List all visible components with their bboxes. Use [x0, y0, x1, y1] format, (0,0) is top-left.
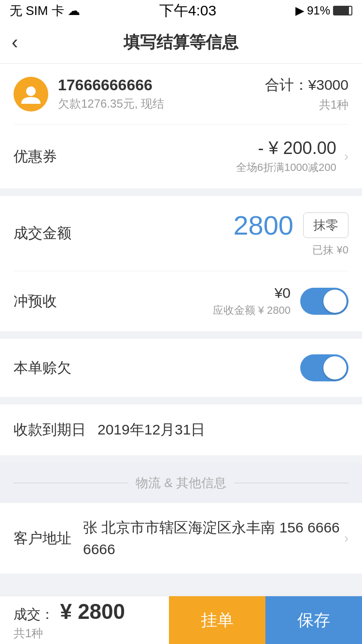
address-row[interactable]: 客户地址 张 北京市市辖区海淀区永丰南 156 6666 6666 › [14, 503, 348, 574]
footer-summary: 成交： ¥ 2800 共1种 [0, 600, 169, 641]
back-button[interactable]: ‹ [12, 31, 18, 53]
total-count: 共1种 [265, 97, 348, 112]
address-arrow-icon: › [344, 531, 348, 546]
deal-amount-value: 2800 [233, 210, 293, 241]
logistics-label: 物流 & 其他信息 [136, 475, 226, 491]
deal-right: 2800 抹零 [233, 210, 348, 241]
footer: 成交： ¥ 2800 共1种 挂单 保存 [0, 596, 362, 644]
coupon-amount: - ¥ 200.00 [236, 138, 336, 158]
prepay-amount-col: ¥0 应收金额 ¥ 2800 [213, 285, 291, 318]
deal-label: 成交金额 [14, 224, 71, 243]
credit-toggle-knob [323, 356, 347, 379]
page-title: 填写结算等信息 [124, 31, 238, 54]
customer-section: 17666666666 欠款1276.35元, 现结 合计：¥3000 共1种 … [0, 64, 362, 188]
hold-button[interactable]: 挂单 [169, 596, 265, 644]
coupon-row[interactable]: 优惠券 - ¥ 200.00 全场6折满1000减200 › [0, 125, 362, 188]
status-right: ▶ 91% [295, 4, 352, 17]
due-date-value: 2019年12月31日 [97, 420, 205, 440]
prepay-right: ¥0 应收金额 ¥ 2800 [213, 285, 348, 318]
prepay-amount: ¥0 [213, 285, 291, 301]
coupon-arrow-icon: › [344, 149, 348, 164]
footer-count: 共1种 [14, 626, 155, 641]
page-header: ‹ 填写结算等信息 [0, 21, 362, 64]
address-section: 客户地址 张 北京市市辖区海淀区永丰南 156 6666 6666 › [0, 503, 362, 574]
credit-toggle[interactable] [300, 354, 348, 381]
prepay-row: 冲预收 ¥0 应收金额 ¥ 2800 [14, 271, 348, 331]
customer-sub: 欠款1276.35元, 现结 [58, 96, 164, 112]
customer-phone: 17666666666 [58, 76, 164, 94]
prepay-label: 冲预收 [14, 292, 57, 311]
customer-info: 17666666666 欠款1276.35元, 现结 [58, 76, 164, 112]
due-date-section: 收款到期日 2019年12月31日 [0, 405, 362, 455]
battery-icon: ▶ [295, 4, 304, 17]
save-button[interactable]: 保存 [265, 596, 362, 644]
customer-left: 17666666666 欠款1276.35元, 现结 [14, 76, 164, 112]
toggle-knob [323, 290, 347, 313]
customer-row: 17666666666 欠款1276.35元, 现结 合计：¥3000 共1种 [0, 64, 362, 124]
svg-point-0 [26, 86, 36, 96]
battery-bar [333, 6, 352, 15]
deal-amount-row: 成交金额 2800 抹零 已抹 ¥0 [14, 196, 348, 271]
footer-deal-label: 成交： [14, 607, 54, 622]
due-date-label: 收款到期日 [14, 420, 86, 440]
total-amount: 合计：¥3000 [265, 75, 348, 95]
due-date-row: 收款到期日 2019年12月31日 [14, 405, 348, 455]
coupon-label: 优惠券 [14, 147, 57, 167]
no-sim-text: 无 SIM 卡 ☁ [10, 2, 80, 19]
receivable-label: 应收金额 ¥ 2800 [213, 303, 291, 318]
footer-amount: ¥ 2800 [60, 600, 125, 623]
coupon-desc: 全场6折满1000减200 [236, 160, 336, 175]
already-rounded: 已抹 ¥0 [312, 243, 348, 257]
battery-percent: 91% [307, 4, 330, 17]
status-left: 无 SIM 卡 ☁ [10, 2, 80, 19]
round-zero-button[interactable]: 抹零 [303, 212, 348, 238]
avatar [14, 77, 48, 112]
status-time: 下午4:03 [159, 1, 216, 21]
credit-row: 本单赊欠 [14, 339, 348, 397]
credit-label: 本单赊欠 [14, 358, 71, 378]
logistics-line-right [234, 483, 348, 483]
logistics-divider: 物流 & 其他信息 [0, 463, 362, 503]
customer-right: 合计：¥3000 共1种 [265, 75, 348, 112]
address-label: 客户地址 [14, 529, 71, 548]
footer-deal-row: 成交： ¥ 2800 [14, 600, 155, 624]
credit-section: 本单赊欠 [0, 339, 362, 397]
amount-section: 成交金额 2800 抹零 已抹 ¥0 冲预收 ¥0 应收金额 ¥ 2800 [0, 196, 362, 331]
address-value: 张 北京市市辖区海淀区永丰南 156 6666 6666 [83, 517, 340, 560]
prepay-toggle[interactable] [300, 288, 348, 315]
logistics-line-left [14, 483, 128, 483]
status-bar: 无 SIM 卡 ☁ 下午4:03 ▶ 91% [0, 0, 362, 21]
